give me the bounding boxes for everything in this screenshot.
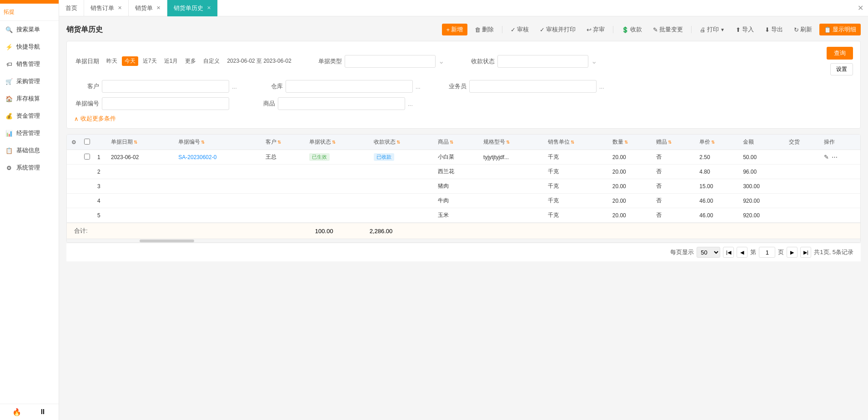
staff-input[interactable] <box>469 80 597 93</box>
goods-ellipsis[interactable]: ... <box>408 100 413 107</box>
filter-settings-button[interactable]: 设置 <box>830 63 853 75</box>
col-goods[interactable]: 商品⇅ <box>434 135 480 150</box>
date-7days-btn[interactable]: 近7天 <box>140 56 160 66</box>
col-pay-status[interactable]: 收款状态⇅ <box>370 135 435 150</box>
goods-input[interactable] <box>278 97 405 110</box>
edit-icon[interactable]: ✎ <box>824 154 829 160</box>
col-gift[interactable]: 赠品⇅ <box>652 135 696 150</box>
audit-print-button[interactable]: ✓ 审核并打印 <box>536 24 579 35</box>
staff-ellipsis[interactable]: ... <box>599 83 604 90</box>
import-button[interactable]: ⬆ 导入 <box>732 24 758 35</box>
last-page-btn[interactable]: ▶| <box>800 247 811 258</box>
date-today-btn[interactable]: 今天 <box>122 56 138 66</box>
scrollbar-row <box>67 239 860 242</box>
batch-change-button-label: 批量变更 <box>659 25 683 34</box>
pay-status-chevron-icon[interactable]: ⌄ <box>591 57 597 65</box>
cell-amount: 96.00 <box>739 165 785 179</box>
per-page-select[interactable]: 50 100 200 <box>697 247 720 258</box>
col-checkbox[interactable] <box>80 135 94 150</box>
docno-input[interactable] <box>102 97 229 110</box>
customer-ellipsis[interactable]: ... <box>232 83 237 90</box>
refresh-button[interactable]: ↻ 刷新 <box>790 24 816 35</box>
fire-icon[interactable]: 🔥 <box>12 408 21 416</box>
audit-button[interactable]: ✓ 审核 <box>507 24 532 35</box>
col-customer[interactable]: 客户⇅ <box>262 135 306 150</box>
type-select[interactable] <box>345 55 436 68</box>
warehouse-ellipsis[interactable]: ... <box>416 83 421 90</box>
pay-status-select[interactable] <box>497 55 588 68</box>
export-button[interactable]: ⬇ 导出 <box>761 24 787 35</box>
more-icon[interactable]: ⋯ <box>832 154 838 160</box>
cell-docno[interactable] <box>175 194 262 208</box>
type-chevron-icon[interactable]: ⌄ <box>438 57 444 65</box>
abandon-button[interactable]: ↩ 弃审 <box>583 24 608 35</box>
sidebar-item-label: 资金管理 <box>16 112 40 120</box>
cell-docno[interactable] <box>175 165 262 179</box>
table-container: ⚙ 单据日期⇅ 单据编号⇅ 客户⇅ 单据状态⇅ 收款状态⇅ 商品⇅ 规格型号⇅ … <box>66 134 861 243</box>
prev-page-btn[interactable]: ◀ <box>737 247 748 258</box>
delete-button[interactable]: 🗑 删除 <box>471 24 497 35</box>
sidebar-item-inventory[interactable]: 🏠 库存核算 <box>0 90 59 107</box>
home-icon: 🏠 <box>5 95 13 102</box>
customer-label: 客户 <box>74 82 99 90</box>
sidebar-item-label: 搜索菜单 <box>16 25 40 34</box>
tab-home[interactable]: 首页 <box>59 0 84 16</box>
page-title: 销货单历史 <box>66 25 103 35</box>
tab-sales-delivery[interactable]: 销货单 ✕ <box>129 0 167 16</box>
cell-docno[interactable] <box>175 208 262 223</box>
cell-docno[interactable] <box>175 179 262 194</box>
col-docno[interactable]: 单据编号⇅ <box>175 135 262 150</box>
col-date[interactable]: 单据日期⇅ <box>107 135 175 150</box>
pagination: 每页显示 50 100 200 |◀ ◀ 第 页 ▶ ▶| 共1页, 5条记录 <box>66 243 861 261</box>
sidebar-item-purchase[interactable]: 🛒 采购管理 <box>0 73 59 90</box>
cell-trade <box>785 179 820 194</box>
sidebar-item-system[interactable]: ⚙ 系统管理 <box>0 159 59 176</box>
tab-sales-history[interactable]: 销货单历史 ✕ <box>167 0 218 16</box>
receive-button[interactable]: 💲 收款 <box>618 24 646 35</box>
cell-checkbox[interactable] <box>80 165 94 179</box>
scrollbar-thumb[interactable] <box>140 240 194 242</box>
cell-checkbox[interactable] <box>80 150 94 165</box>
col-settings[interactable]: ⚙ <box>67 135 80 150</box>
table-row: 2 西兰花 千克 20.00 否 4.80 96.00 <box>67 165 860 179</box>
batch-change-button[interactable]: ✎ 批量变更 <box>649 24 687 35</box>
sidebar-item-quicknav[interactable]: ⚡ 快捷导航 <box>0 38 59 55</box>
cell-checkbox[interactable] <box>80 179 94 194</box>
tab-sales-order-close[interactable]: ✕ <box>118 5 122 11</box>
col-spec[interactable]: 规格型号⇅ <box>480 135 544 150</box>
sidebar-item-operation[interactable]: 📊 经营管理 <box>0 125 59 142</box>
cell-checkbox[interactable] <box>80 194 94 208</box>
cell-docno[interactable]: SA-20230602-0 <box>175 150 262 165</box>
col-qty[interactable]: 数量⇅ <box>609 135 652 150</box>
sidebar-item-finance[interactable]: 💰 资金管理 <box>0 107 59 125</box>
collapse-button[interactable]: ∧ 收起更多条件 <box>74 115 853 123</box>
goods-label: 商品 <box>250 100 275 108</box>
cell-checkbox[interactable] <box>80 208 94 223</box>
date-custom-btn[interactable]: 自定义 <box>201 56 222 66</box>
show-detail-button[interactable]: 📋 显示明细 <box>819 24 861 35</box>
query-button[interactable]: 查询 <box>827 47 853 60</box>
docno-filter: 单据编号 <box>74 97 229 110</box>
print-button[interactable]: 🖨 打印 ▼ <box>696 24 728 35</box>
customer-input[interactable] <box>102 80 229 93</box>
page-input[interactable] <box>759 247 775 258</box>
col-doc-status[interactable]: 单据状态⇅ <box>306 135 370 150</box>
date-yesterday-btn[interactable]: 昨天 <box>104 56 120 66</box>
tab-sales-delivery-close[interactable]: ✕ <box>156 5 161 11</box>
col-unit[interactable]: 销售单位⇅ <box>544 135 609 150</box>
pause-icon[interactable]: ⏸ <box>39 408 46 416</box>
col-price[interactable]: 单价⇅ <box>696 135 739 150</box>
next-page-btn[interactable]: ▶ <box>787 247 798 258</box>
close-all-tabs-button[interactable]: ✕ <box>853 4 868 12</box>
first-page-btn[interactable]: |◀ <box>723 247 734 258</box>
sidebar-item-search[interactable]: 🔍 搜索菜单 <box>0 21 59 38</box>
date-more-btn[interactable]: 更多 <box>182 56 199 66</box>
new-button[interactable]: + 新增 <box>442 24 468 35</box>
date-1month-btn[interactable]: 近1月 <box>161 56 181 66</box>
tab-sales-order[interactable]: 销售订单 ✕ <box>84 0 129 16</box>
tab-sales-history-close[interactable]: ✕ <box>207 5 211 11</box>
sidebar-item-sales[interactable]: 🏷 销售管理 <box>0 55 59 73</box>
sidebar-item-basic[interactable]: 📋 基础信息 <box>0 142 59 159</box>
select-all-checkbox[interactable] <box>84 139 90 145</box>
warehouse-input[interactable] <box>286 80 413 93</box>
